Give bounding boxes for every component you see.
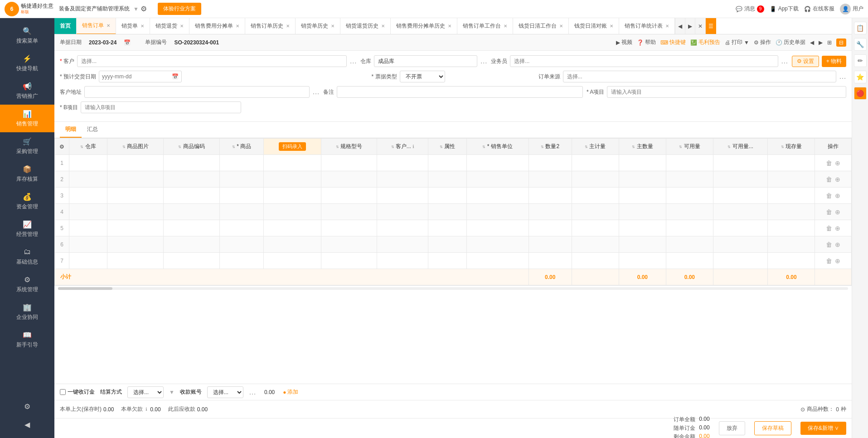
b-project-input[interactable] [81, 101, 241, 113]
help-button[interactable]: ❓ 帮助 [637, 39, 656, 46]
solution-button[interactable]: 体验行业方案 [158, 3, 201, 15]
remark-input[interactable] [337, 86, 583, 98]
delete-icon[interactable]: 🗑 [826, 257, 832, 265]
tab-close-order-history[interactable]: ✕ [286, 24, 290, 29]
tab-close-workbench[interactable]: ✕ [504, 24, 507, 29]
staff-input[interactable] [510, 55, 778, 67]
delete-icon[interactable]: 🗑 [826, 159, 832, 167]
tab-close-cash-reconcile[interactable]: ✕ [610, 24, 613, 29]
delete-icon[interactable]: 🗑 [826, 225, 832, 232]
staff-dots-btn[interactable]: … [781, 58, 788, 65]
row-warehouse[interactable] [69, 155, 107, 171]
tab-sales-order-history[interactable]: 销售订单历史 ✕ [245, 18, 296, 34]
app-download-button[interactable]: 📱 App下载 [770, 5, 799, 13]
sidebar-item-system[interactable]: ⚙ 系统管理 [0, 270, 54, 298]
row-spec[interactable] [321, 155, 377, 171]
operation-button[interactable]: ⚙ 操作 [754, 39, 771, 46]
tab-sales-refund[interactable]: 销货退货 ✕ [150, 18, 189, 34]
scan-btn[interactable]: 扫码录入 [279, 142, 306, 151]
sidebar-item-operation[interactable]: 📈 经营管理 [0, 215, 54, 243]
copy-icon[interactable]: ⊕ [835, 176, 840, 183]
tab-sales-workbench[interactable]: 销售订单工作台 ✕ [457, 18, 513, 34]
copy-icon[interactable]: ⊕ [835, 192, 840, 199]
save-new-button[interactable]: 保存&新增 ∨ [800, 422, 846, 435]
row-scan[interactable] [264, 155, 321, 171]
col-main-unit[interactable]: ⇅ 主计量 [572, 139, 619, 155]
sidebar-item-base[interactable]: 🗂 基础信息 [0, 243, 54, 270]
col-available2[interactable]: ⇅ 可用量... [713, 139, 767, 155]
sidebar-item-finance[interactable]: 💰 资金管理 [0, 188, 54, 215]
scrollbar-thumb[interactable] [58, 287, 112, 290]
profit-button[interactable]: 💹 毛利预告 [690, 39, 720, 46]
row-attribute[interactable] [428, 155, 466, 171]
sub-next-btn[interactable]: ▶ [819, 39, 823, 46]
shortcut-button[interactable]: ⌨ 快捷键 [660, 39, 686, 46]
customer-input[interactable] [77, 55, 347, 67]
tab-detail[interactable]: 明细 [60, 122, 82, 138]
row-product[interactable] [219, 155, 263, 171]
tab-home[interactable]: 首页 [54, 18, 77, 34]
sidebar-item-quick[interactable]: ⚡ 快捷导航 [0, 49, 54, 77]
col-main-quantity[interactable]: ⇅ 主数量 [619, 139, 666, 155]
order-source-input[interactable] [563, 71, 837, 82]
col-attribute[interactable]: ⇅ 属性 [428, 139, 466, 155]
row-customer-code[interactable] [377, 155, 428, 171]
warehouse-input[interactable] [374, 55, 477, 67]
sidebar-collapse[interactable]: ◀ [0, 415, 54, 433]
col-customer-code[interactable]: ⇅ 客户... ℹ [377, 139, 428, 155]
a-project-input[interactable] [607, 86, 846, 98]
tab-sales-return[interactable]: 销货单 ✕ [116, 18, 150, 34]
message-button[interactable]: 💬 消息 9 [736, 5, 764, 13]
sidebar-item-sales[interactable]: 📊 销售管理 [0, 105, 54, 132]
sidebar-item-marketing[interactable]: 📢 营销推广 [0, 77, 54, 105]
copy-icon[interactable]: ⊕ [835, 241, 840, 248]
col-scan[interactable]: 扫码录入 [264, 139, 321, 155]
tab-close-return-history[interactable]: ✕ [331, 24, 335, 29]
delivery-date-input[interactable] [102, 73, 170, 80]
tab-close-sales-return[interactable]: ✕ [141, 24, 144, 29]
row-main-quantity[interactable] [619, 155, 666, 171]
tab-close-sales-refund[interactable]: ✕ [180, 24, 184, 29]
draft-button[interactable]: 保存草稿 [754, 421, 791, 435]
col-warehouse[interactable]: ⇅ 仓库 [69, 139, 107, 155]
col-spec[interactable]: ⇅ 规格型号 [321, 139, 377, 155]
settings-btn[interactable]: ⚙ 设置 [792, 56, 819, 67]
col-product[interactable]: ⇅ * 商品 [219, 139, 263, 155]
tab-nav-close[interactable]: ✕ [695, 18, 705, 34]
settings-icon[interactable]: ⚙ [141, 5, 147, 13]
col-product-code[interactable]: ⇅ 商品编码 [164, 139, 220, 155]
tab-nav-next[interactable]: ▶ [685, 18, 695, 34]
sub-grid-btn[interactable]: ⊞ [827, 39, 832, 46]
right-panel-btn-1[interactable]: 📋 [854, 22, 867, 34]
tab-sales-order[interactable]: 销售订单 ✕ [77, 18, 116, 34]
tab-sales-fee-history[interactable]: 销售费用分摊单历史 ✕ [391, 18, 457, 34]
row-product-image[interactable] [107, 155, 164, 171]
calendar-icon[interactable]: 📅 [124, 39, 131, 46]
row-product-code[interactable] [164, 155, 220, 171]
right-panel-btn-5[interactable]: 🔴 [854, 87, 867, 100]
sidebar-item-purchase[interactable]: 🛒 采购管理 [0, 132, 54, 160]
tab-nav-prev[interactable]: ◀ [675, 18, 685, 34]
warehouse-dots-btn[interactable]: … [480, 58, 487, 65]
col-settings[interactable]: ⚙ [55, 139, 69, 155]
address-dots-btn[interactable]: … [312, 88, 320, 96]
tab-sales-fee-split[interactable]: 销售费用分摊单 ✕ [189, 18, 245, 34]
print-button[interactable]: 🖨 打印 ▼ [725, 39, 749, 46]
delete-icon[interactable]: 🗑 [826, 176, 832, 183]
tab-nav-menu[interactable]: ☰ [705, 18, 716, 34]
invoice-select[interactable]: 不开票 [400, 71, 445, 82]
add-product-btn[interactable]: + 物料 [822, 56, 846, 67]
col-product-image[interactable]: ⇅ 商品图片 [107, 139, 164, 155]
quick-order-checkbox[interactable] [60, 389, 66, 395]
right-panel-btn-2[interactable]: 🔧 [854, 38, 867, 51]
tab-close-cash-daily[interactable]: ✕ [559, 24, 563, 29]
history-button[interactable]: 🕐 历史单据 [776, 39, 805, 46]
sidebar-item-guide[interactable]: 📖 新手引导 [0, 326, 54, 353]
tab-sales-refund-history[interactable]: 销货退货历史 ✕ [340, 18, 391, 34]
col-quantity2[interactable]: ⇅ 数量2 [529, 139, 572, 155]
customer-dots-btn[interactable]: … [349, 58, 357, 65]
row-current-stock[interactable] [768, 155, 815, 171]
right-panel-btn-4[interactable]: ⭐ [854, 71, 867, 83]
row-available2[interactable] [713, 155, 767, 171]
copy-icon[interactable]: ⊕ [835, 225, 840, 232]
